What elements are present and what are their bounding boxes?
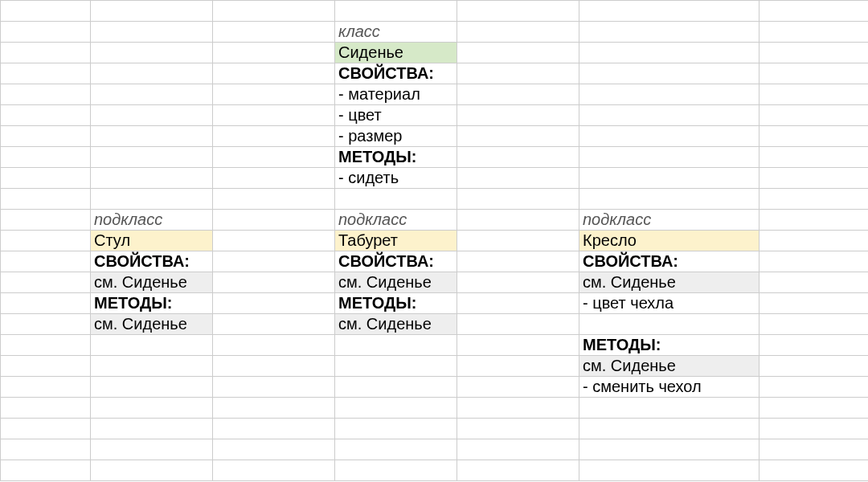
chair-see-props: см. Сиденье	[91, 272, 213, 293]
class-label: класс	[335, 22, 457, 43]
spreadsheet-grid[interactable]: класс Сиденье СВОЙСТВА: - материал - цве…	[0, 0, 868, 481]
stool-methods-header: МЕТОДЫ:	[335, 293, 457, 314]
armchair-see-props: см. Сиденье	[579, 272, 760, 293]
base-props-header: СВОЙСТВА:	[335, 63, 457, 84]
subclass-armchair-name: Кресло	[579, 231, 760, 251]
subclass-stool-name: Табурет	[335, 231, 457, 251]
subclass-label: подкласс	[579, 210, 760, 231]
stool-see-methods: см. Сиденье	[335, 314, 457, 335]
base-method: - сидеть	[335, 168, 457, 189]
armchair-methods-header: МЕТОДЫ:	[579, 335, 760, 356]
subclass-label: подкласс	[91, 210, 213, 231]
base-class-name: Сиденье	[335, 43, 457, 63]
base-prop: - материал	[335, 84, 457, 105]
base-prop: - размер	[335, 126, 457, 147]
chair-methods-header: МЕТОДЫ:	[91, 293, 213, 314]
armchair-see-methods: см. Сиденье	[579, 356, 760, 377]
chair-props-header: СВОЙСТВА:	[91, 251, 213, 272]
base-methods-header: МЕТОДЫ:	[335, 147, 457, 168]
armchair-extra-method: - сменить чехол	[579, 377, 760, 398]
armchair-props-header: СВОЙСТВА:	[579, 251, 760, 272]
chair-see-methods: см. Сиденье	[91, 314, 213, 335]
subclass-label: подкласс	[335, 210, 457, 231]
stool-see-props: см. Сиденье	[335, 272, 457, 293]
base-prop: - цвет	[335, 105, 457, 126]
subclass-chair-name: Стул	[91, 231, 213, 251]
armchair-extra-prop: - цвет чехла	[579, 293, 760, 314]
stool-props-header: СВОЙСТВА:	[335, 251, 457, 272]
